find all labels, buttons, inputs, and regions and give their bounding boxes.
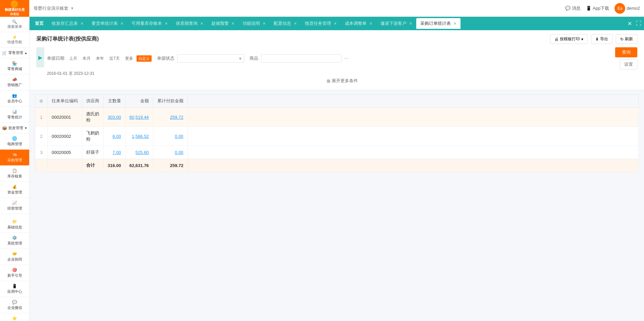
date-last-month[interactable]: 上月 [67,55,79,62]
workspace-selector[interactable]: 母婴行业演示账套 ▾ [34,5,73,11]
sidebar-item-search[interactable]: 🔍 搜索菜单 [0,17,29,32]
row-paid-3: 0.00 [153,146,187,159]
row-paid-2: 0.00 [153,127,187,146]
tab-home[interactable]: 首页 [31,18,48,29]
tab-overstock[interactable]: 超储预警 ✕ [207,18,238,29]
close-icon-cost[interactable]: ✕ [369,21,372,26]
sidebar-item-vip[interactable]: ⭐ 畅会员 [0,313,29,321]
paid-link-2[interactable]: 0.00 [175,134,183,139]
date-7days[interactable]: 近7天 [107,55,122,62]
sidebar-item-members[interactable]: 👥 会员中心 [0,91,29,107]
app-download-btn[interactable]: 📱 App下载 [586,5,609,11]
close-icon-invite[interactable]: ✕ [409,21,412,26]
sidebar-item-appcenter[interactable]: 📱 应用中心 [0,281,29,297]
close-icon-receive[interactable]: ✕ [80,21,84,26]
close-icon-pick[interactable]: ✕ [334,21,337,26]
close-icon-overstock[interactable]: ✕ [231,21,234,26]
close-icon-config[interactable]: ✕ [294,21,297,26]
filter-content: 单据日期 上月 本月 本年 近7天 更多 自定义 单据状态 [47,47,637,87]
close-icon-stock[interactable]: ✕ [165,21,168,26]
close-icon-warranty[interactable]: ✕ [200,21,203,26]
sidebar-item-retail-stats[interactable]: 📊 零售统计 [0,107,29,123]
close-icon-purchase[interactable]: ✕ [453,21,457,26]
settings-btn[interactable]: 设置 [620,59,637,69]
qty-link-1[interactable]: 303.00 [108,115,121,120]
paid-link-3[interactable]: 0.00 [175,150,183,155]
sidebar-item-wholesale[interactable]: 📦 批发管理 ▼ [0,123,29,133]
sidebar-item-enterprise[interactable]: 🤝 企业协同 [0,249,29,265]
sidebar-item-ecommerce[interactable]: 🌐 电商管理 [0,133,29,150]
row-qty-2: 6.00 [104,127,125,146]
user-avatar-btn[interactable]: Ea demo2 [614,3,640,14]
sidebar-item-quick-nav[interactable]: ⚡ 快捷导航 [0,32,29,48]
download-icon: 📱 [586,6,591,11]
close-icon-order[interactable]: ✕ [120,21,123,26]
basics-icon: 📁 [12,219,17,224]
sidebar-item-inventory[interactable]: 📋 库存核算 [0,166,29,182]
qty-link-3[interactable]: 7.00 [112,150,121,155]
app-logo: 🟠 畅捷通好生意 标签版 [0,0,29,17]
amount-link-1[interactable]: 60,519.44 [129,115,149,120]
maximize-btn[interactable]: ⛶ [635,20,643,27]
tab-available-stock[interactable]: 可用量库存账本 ✕ [127,18,172,29]
sidebar-item-finance[interactable]: 💰 资金管理 [0,182,29,198]
print-label: 按模板打印 [560,36,580,42]
sidebar-item-wechat[interactable]: 💬 企业微信 [0,297,29,313]
sidebar-item-newguide[interactable]: 🎯 新手引导 [0,265,29,281]
col-code: 往来单位编码 [48,95,82,108]
filter-row-date-range: 2016-01-01 至 2023-12-31 [47,71,637,76]
qty-link-2[interactable]: 6.00 [112,134,121,139]
close-icon-instructions[interactable]: ✕ [263,21,266,26]
page-header: 采购订单统计表(按供应商) 🖨 按模板打印 ▾ ⬇ 导出 ↻ 刷新 [30,30,644,90]
cost-adjust-label: 成本调整单 [345,20,367,26]
config-label: 配置信息 [274,20,291,26]
sidebar-item-operations[interactable]: 📈 经营管理 [0,198,29,214]
row-index-3: 3 [35,146,48,159]
tab-instructions[interactable]: 功能说明 ✕ [238,18,270,29]
tab-order-summary[interactable]: 要货单统计表 ✕ [88,18,127,29]
tab-cost-adjust[interactable]: 成本调整单 ✕ [341,18,376,29]
filter-toggle-btn[interactable]: ▶ [36,47,44,67]
date-custom-badge[interactable]: 自定义 [137,55,152,62]
amount-link-3[interactable]: 525.80 [136,150,149,155]
tab-purchase-summary[interactable]: 采购订单统计表 ✕ [416,18,461,29]
goods-more-btn[interactable]: ··· [344,55,348,61]
row-index-2: 2 [35,127,48,146]
goods-input[interactable] [261,54,341,63]
avatar: Ea [614,3,625,14]
tab-pick-task[interactable]: 拣货任务管理 ✕ [301,18,341,29]
export-btn[interactable]: ⬇ 导出 [591,34,612,44]
main-content: 母婴行业演示账套 ▾ 💬 消息 📱 App下载 Ea demo2 首页 [30,0,644,321]
tab-config[interactable]: 配置信息 ✕ [270,18,301,29]
sidebar-item-marketing[interactable]: 📣 营销推广 [0,74,29,91]
sidebar-item-basics[interactable]: 📁 基础信息 [0,217,29,233]
tab-receive-summary[interactable]: 收发存汇总表 ✕ [48,18,88,29]
expand-more-btn[interactable]: ⊞ 展开更多条件 [327,78,358,84]
status-select[interactable] [177,54,244,63]
paid-link-1[interactable]: 259.72 [170,115,183,120]
table-settings-icon[interactable]: ⚙ [39,99,43,104]
close-all-tabs-btn[interactable]: ✕ [626,20,633,28]
sidebar-item-retail[interactable]: 🛒 零售管理 ▲ [0,48,29,58]
date-range-display: 2016-01-01 至 2023-12-31 [47,71,94,76]
data-table: ⚙ 往来单位编码 供应商 主数量 金额 累计付款金额 1 00020001 [35,94,639,172]
date-this-month[interactable]: 本月 [80,55,93,62]
tab-warranty[interactable]: 保质期查询 ✕ [172,18,207,29]
overstock-label: 超储预警 [211,20,229,26]
message-btn[interactable]: 💬 消息 [565,5,581,11]
refresh-btn[interactable]: ↻ 刷新 [616,34,637,44]
sidebar-item-purchase[interactable]: 🛍 采购管理 [0,150,29,166]
status-select-wrap [177,54,244,63]
table-footer: 合计 316.00 62,631.76 259.72 [35,159,639,172]
print-btn[interactable]: 🖨 按模板打印 ▾ [550,34,588,44]
date-this-year[interactable]: 本年 [94,55,106,62]
tab-invite-downstream[interactable]: 邀请下游客户 ✕ [376,18,416,29]
top-bar-right: 💬 消息 📱 App下载 Ea demo2 [565,3,640,14]
sidebar-item-retail-shop[interactable]: 🏪 零售商城 [0,58,29,74]
query-btn[interactable]: 查询 [615,47,637,57]
date-more[interactable]: 更多 [123,55,135,62]
sidebar-item-system[interactable]: ⚙️ 系统管理 [0,233,29,249]
col-amount: 金额 [125,95,153,108]
status-label: 单据状态 [157,55,174,61]
amount-link-2[interactable]: 1,586.52 [132,134,149,139]
